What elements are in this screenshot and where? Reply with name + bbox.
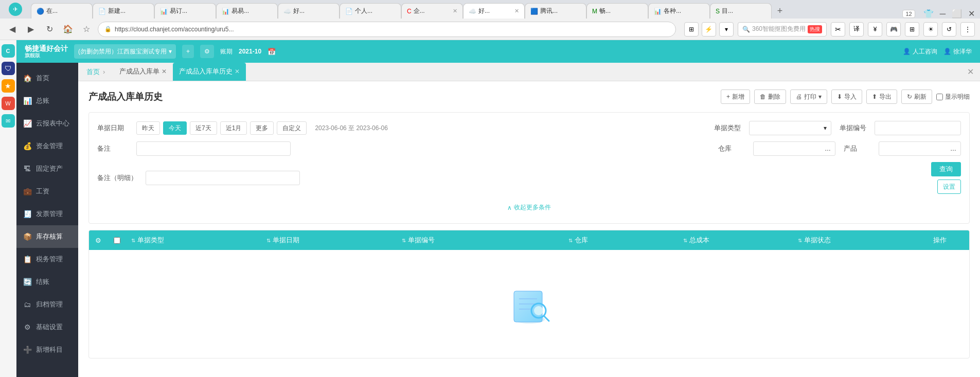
collapse-btn[interactable]: ∧ 收起更多条件: [97, 200, 961, 215]
translate-btn[interactable]: 译: [849, 22, 864, 37]
url-bar[interactable]: 🔒 https://cloud.chanjet.com/accounting/u…: [98, 22, 676, 37]
th-cost[interactable]: ⇅ 总成本: [678, 236, 793, 245]
dropdown-arrow[interactable]: ▾: [719, 22, 734, 37]
th-type[interactable]: ⇅ 单据类型: [126, 236, 261, 245]
consultant-btn[interactable]: 👤 人工咨询: [903, 47, 937, 56]
print-btn[interactable]: 🖨 打印 ▾: [790, 89, 827, 104]
period-label: 账期: [220, 47, 233, 56]
import-btn[interactable]: ⬇ 导入: [831, 89, 862, 104]
sidebar-item-reports[interactable]: 📈 云报表中心: [16, 112, 78, 135]
more-btn[interactable]: 更多: [250, 121, 274, 135]
warehouse-filter-input[interactable]: …: [753, 141, 835, 156]
type-dropdown[interactable]: ▾: [749, 121, 831, 135]
shield-icon[interactable]: 🛡: [2, 62, 15, 75]
weibo-icon[interactable]: W: [2, 97, 15, 110]
sidebar-item-tax[interactable]: 📋 税务管理: [16, 248, 78, 271]
search-360-box[interactable]: 🔍 360智能抠图免费用 热搜: [738, 22, 827, 37]
sidebar-item-archive[interactable]: 🗂 归档管理: [16, 293, 78, 316]
close-btn[interactable]: ✕: [968, 9, 975, 19]
tab-new-button[interactable]: +: [772, 3, 788, 19]
theme-btn[interactable]: ☀: [923, 22, 938, 37]
sidebar-item-general-ledger[interactable]: 📊 总账: [16, 89, 78, 112]
refresh-nav-btn[interactable]: ↻: [42, 22, 57, 37]
chanjet-icon[interactable]: C: [2, 44, 15, 58]
tab-个人[interactable]: 📄 个人...: [340, 3, 401, 19]
query-btn[interactable]: 查询: [931, 162, 961, 176]
7days-btn[interactable]: 近7天: [190, 121, 217, 135]
mail-icon[interactable]: ✉: [2, 114, 15, 128]
new-btn[interactable]: + 新增: [721, 89, 750, 104]
currency-btn[interactable]: ¥: [868, 22, 882, 37]
product-filter-input[interactable]: …: [879, 141, 961, 156]
grid-icon[interactable]: ⊞: [684, 22, 699, 37]
tab-腾讯[interactable]: 🟦 腾讯...: [525, 3, 586, 19]
sidebar-item-home[interactable]: 🏠 首页: [16, 67, 78, 89]
breadcrumb-home[interactable]: 首页: [86, 67, 100, 77]
game-btn[interactable]: 🎮: [886, 22, 901, 37]
refresh-page-btn[interactable]: ↻ 刷新: [901, 89, 932, 104]
sidebar-item-invoice[interactable]: 🧾 发票管理: [16, 203, 78, 225]
tab-易1[interactable]: 📊 易订...: [154, 3, 216, 19]
th-checkbox[interactable]: [108, 237, 126, 244]
scissors-icon[interactable]: ✂: [831, 22, 845, 37]
sidebar-item-checkout[interactable]: 🔄 结账: [16, 271, 78, 293]
tab-history-close[interactable]: ✕: [235, 68, 240, 75]
tab-list-close[interactable]: ✕: [162, 68, 167, 75]
tab-易2[interactable]: 📊 易易...: [216, 3, 278, 19]
delete-btn[interactable]: 🗑 删除: [754, 89, 786, 104]
back-btn[interactable]: ◀: [5, 22, 20, 37]
custom-btn[interactable]: 自定义: [277, 121, 307, 135]
sidebar-item-new-subject[interactable]: ➕ 新增科目: [16, 338, 78, 361]
maximize-btn[interactable]: ⬜: [952, 9, 962, 19]
today-btn[interactable]: 今天: [163, 121, 187, 135]
th-settings[interactable]: ⚙: [89, 237, 108, 244]
settings-header-btn[interactable]: ⚙: [200, 45, 214, 58]
sidebar-item-fixed-assets[interactable]: 🏗 固定资产: [16, 157, 78, 180]
th-status[interactable]: ⇅ 单据状态: [793, 236, 928, 245]
note-filter-input[interactable]: [136, 141, 291, 156]
th-date[interactable]: ⇅ 单据日期: [261, 236, 397, 245]
sidebar-item-funds[interactable]: 💰 资金管理: [16, 135, 78, 157]
tab-企[interactable]: C 企... ✕: [401, 3, 463, 19]
star-icon[interactable]: ★: [2, 79, 15, 93]
minimize-btn[interactable]: ─: [940, 9, 946, 19]
funds-icon: 💰: [23, 141, 32, 151]
content-tab-history[interactable]: 产成品入库单历史 ✕: [173, 63, 246, 81]
tab-新[interactable]: 📄 新建...: [93, 3, 154, 19]
th-warehouse[interactable]: ⇅ 仓库: [563, 236, 678, 245]
tab-各种[interactable]: 📊 各种...: [648, 3, 710, 19]
tab-好2[interactable]: ☁️ 好... ✕: [463, 3, 525, 19]
number-filter-input[interactable]: [875, 121, 961, 135]
app-icon[interactable]: ✈: [9, 3, 22, 16]
export-btn[interactable]: ⬆ 导出: [866, 89, 897, 104]
note-detail-input[interactable]: [146, 171, 300, 185]
sidebar-item-payroll[interactable]: 💼 工资: [16, 180, 78, 203]
content-tab-list[interactable]: 产成品入库单 ✕: [113, 63, 173, 81]
tab-close-企[interactable]: ✕: [453, 8, 457, 14]
calendar-icon[interactable]: 📅: [268, 48, 276, 56]
lightning-icon[interactable]: ⚡: [702, 22, 716, 37]
bookmark-btn[interactable]: ☆: [79, 22, 94, 37]
tab-close-好2[interactable]: ✕: [514, 8, 519, 14]
tab-畅[interactable]: M 畅...: [586, 3, 648, 19]
add-company-btn[interactable]: +: [182, 45, 194, 58]
1month-btn[interactable]: 近1月: [220, 121, 247, 135]
th-number[interactable]: ⇅ 单据编号: [397, 236, 563, 245]
menu-btn[interactable]: ⋮: [960, 22, 975, 37]
select-all-checkbox[interactable]: [114, 237, 120, 244]
panel-close-x[interactable]: ✕: [967, 67, 974, 77]
company-selector[interactable]: (勿删勿禁用）江西服宝测试专用 ▾: [74, 44, 176, 59]
sync-btn[interactable]: ↺: [942, 22, 956, 37]
forward-btn[interactable]: ▶: [24, 22, 38, 37]
tab-在[interactable]: 🔵 在...: [31, 3, 93, 19]
show-columns-checkbox[interactable]: [936, 94, 943, 100]
tab-好1[interactable]: ☁️ 好...: [278, 3, 340, 19]
home-nav-btn[interactable]: 🏠: [61, 22, 75, 37]
apps-btn[interactable]: ⊞: [905, 22, 919, 37]
filter-settings-btn[interactable]: 设置: [937, 179, 961, 194]
sidebar-item-settings[interactable]: ⚙ 基础设置: [16, 316, 78, 338]
yesterday-btn[interactable]: 昨天: [136, 121, 160, 135]
user-btn[interactable]: 👤 徐泽华: [943, 47, 972, 56]
tab-目[interactable]: S 目...: [710, 3, 772, 19]
sidebar-item-inventory[interactable]: 📦 库存核算: [16, 225, 78, 248]
